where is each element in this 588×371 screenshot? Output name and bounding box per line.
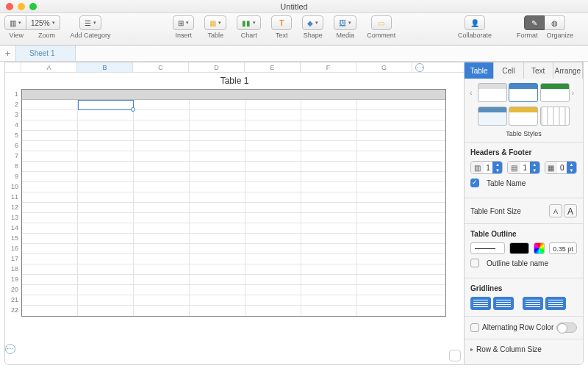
row-header[interactable]: 19 [5,274,21,284]
footer-row-icon: ▦ [545,162,558,173]
gridlines-horizontal-button[interactable] [470,297,491,310]
row-header[interactable]: 3 [5,109,21,120]
brush-icon: ✎ [531,19,537,27]
row-header[interactable]: 21 [5,295,21,305]
table-grid[interactable] [21,89,446,317]
add-column-button[interactable]: ⋯ [415,63,424,72]
inspector-tab-cell[interactable]: Cell [494,62,523,79]
header-corner[interactable] [5,62,21,72]
table-name-checkbox[interactable] [470,179,479,187]
alt-row-checkbox[interactable] [470,323,479,332]
header-rows-stepper[interactable]: ▤1▲▼ [507,161,539,174]
row-number-gutter: 1 2 3 4 5 6 7 8 9 10 11 12 13 14 15 16 1… [5,89,21,315]
styles-prev-button[interactable]: ‹ [470,89,476,97]
add-sheet-button[interactable]: + [0,46,16,61]
inspector-tab-arrange[interactable]: Arrange [553,62,583,79]
header-columns-stepper[interactable]: ▥1▲▼ [470,161,503,174]
alternating-row-section: Alternating Row Color [465,316,583,339]
table-styles-section: ‹ › Table Styles [465,79,583,142]
table-button[interactable]: ▦▾ [204,15,226,30]
row-header[interactable]: 9 [5,171,21,181]
font-size-increase-button[interactable]: A [564,204,577,217]
row-header[interactable]: 15 [5,233,21,243]
table-styles-caption: Table Styles [469,130,578,137]
column-header-g[interactable]: G [356,62,412,72]
row-header[interactable]: 16 [5,243,21,253]
view-menu-button[interactable]: ▥▾ [4,15,26,30]
row-header[interactable]: 6 [5,140,21,151]
spreadsheet-canvas[interactable]: A B C D E F G ⋯ Table 1 1 2 3 4 5 6 7 8 … [5,62,464,364]
row-header[interactable]: 14 [5,223,21,233]
comment-button[interactable]: ▭ [371,15,392,30]
insert-button[interactable]: ⊞▾ [173,15,194,30]
row-header[interactable]: 22 [5,305,21,315]
column-header-e[interactable]: E [245,62,301,72]
gridlines-vertical-button[interactable] [493,297,514,310]
scroll-corner[interactable] [449,350,461,361]
font-size-decrease-button[interactable]: A [549,204,562,217]
column-header-c[interactable]: C [133,62,189,72]
outline-color-wheel[interactable] [534,242,545,254]
row-header[interactable]: 7 [5,151,21,161]
add-category-button[interactable]: ☰▾ [79,15,101,30]
header-row-icon: ▤ [508,162,520,173]
outline-style-picker[interactable] [470,242,505,254]
table-style-4[interactable] [478,107,507,126]
chart-button[interactable]: ▮▮▾ [237,15,261,30]
row-header[interactable]: 5 [5,130,21,140]
row-header[interactable]: 4 [5,120,21,130]
table-style-1[interactable] [478,83,507,102]
column-header-d[interactable]: D [189,62,245,72]
alt-row-color-well[interactable] [556,323,577,333]
styles-next-button[interactable]: › [572,89,578,97]
inspector-tab-text[interactable]: Text [524,62,553,79]
column-header-f[interactable]: F [301,62,356,72]
gridlines-header-v-button[interactable] [545,297,566,310]
footer-rows-stepper[interactable]: ▦0▲▼ [545,161,577,174]
media-icon: 🖼 [339,19,346,27]
row-header[interactable]: 20 [5,284,21,295]
column-header-row: A B C D E F G ⋯ [5,62,464,73]
header-col-icon: ▥ [471,162,484,173]
person-plus-icon: 👤 [470,19,479,27]
sliders-icon: ◍ [551,19,558,27]
row-header[interactable]: 11 [5,192,21,202]
sheet-tab-1[interactable]: Sheet 1 [16,46,76,61]
format-button[interactable]: ✎ [524,15,545,30]
table-name-label: Table Name [487,179,526,187]
table-style-5[interactable] [509,107,538,126]
column-header-a[interactable]: A [21,62,77,72]
outline-width-field[interactable]: 0.35 pt [549,242,577,254]
table-title[interactable]: Table 1 [5,73,464,89]
media-button[interactable]: 🖼▾ [334,15,356,30]
row-header[interactable]: 8 [5,161,21,171]
zoom-menu-button[interactable]: 125%▾ [26,15,60,30]
text-button[interactable]: T [271,15,292,30]
row-header[interactable]: 1 [5,89,21,99]
panel-icon: ▥ [10,19,16,27]
row-column-size-disclosure[interactable]: ▸Row & Column Size [470,345,577,353]
table-font-size-section: Table Font Size A A [465,198,583,223]
chart-icon: ▮▮ [242,19,251,27]
add-row-button[interactable]: ⋯ [5,344,15,354]
outline-color-well[interactable] [509,242,529,254]
row-header[interactable]: 10 [5,181,21,192]
row-header[interactable]: 12 [5,202,21,212]
list-icon: ☰ [85,19,91,27]
collaborate-button[interactable]: 👤 [465,15,485,30]
table-header-row[interactable] [22,90,445,100]
row-header[interactable]: 17 [5,253,21,264]
outline-table-name-checkbox[interactable] [470,259,479,267]
table-style-2[interactable] [509,83,538,102]
inspector-tab-table[interactable]: Table [465,62,494,79]
window-titlebar: Untitled [0,0,588,13]
table-style-3[interactable] [540,83,570,102]
shape-button[interactable]: ◆▾ [302,15,323,30]
organize-button[interactable]: ◍ [545,15,565,30]
row-header[interactable]: 13 [5,212,21,223]
row-header[interactable]: 18 [5,264,21,274]
column-header-b[interactable]: B [77,62,133,72]
row-header[interactable]: 2 [5,99,21,109]
table-style-6[interactable] [540,107,570,126]
gridlines-header-h-button[interactable] [523,297,543,310]
